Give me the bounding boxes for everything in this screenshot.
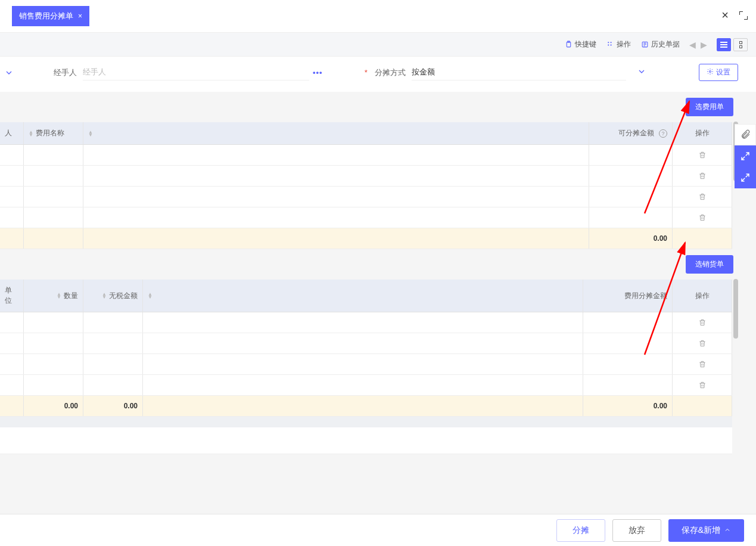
form-area: 经手人 经手人 ••• * 分摊方式 按金额 设置 — [0, 57, 756, 92]
clipboard-icon — [564, 41, 573, 49]
operations-button[interactable]: 操作 — [606, 39, 631, 49]
trash-icon[interactable] — [698, 381, 707, 389]
gear-icon — [707, 68, 714, 77]
table-row[interactable] — [0, 312, 732, 333]
svg-point-1 — [608, 42, 609, 43]
active-tab[interactable]: 销售费用分摊单 × — [12, 6, 89, 26]
handler-input[interactable]: 经手人 — [83, 64, 309, 80]
col-operation: 操作 — [673, 122, 732, 144]
table-row[interactable] — [0, 375, 732, 396]
trash-icon[interactable] — [698, 360, 707, 368]
col-allocatable[interactable]: 可分摊金额 ? — [589, 122, 673, 144]
history-icon — [640, 41, 649, 49]
allocate-button[interactable]: 分摊 — [556, 519, 605, 542]
trash-icon[interactable] — [698, 339, 707, 348]
col-blank: ▲▼ — [143, 280, 583, 312]
svg-point-3 — [608, 45, 609, 46]
discard-button[interactable]: 放弃 — [612, 519, 661, 542]
total-feealloc: 0.00 — [583, 396, 673, 416]
view-toggle — [717, 38, 748, 51]
trash-icon[interactable] — [698, 318, 707, 327]
grid-view-button[interactable] — [733, 38, 748, 51]
total-alloc: 0.00 — [589, 228, 673, 249]
more-dots-icon[interactable]: ••• — [313, 68, 323, 77]
scrollbar[interactable] — [733, 279, 738, 339]
shortcut-button[interactable]: 快捷键 — [564, 39, 596, 49]
close-tab-icon[interactable]: × — [78, 12, 82, 20]
blank-panel — [0, 427, 732, 454]
sales-table: 单位 ▲▼ 数量 ▲▼ 无税金额 ▲▼ 费用分摊金额 操作 — [0, 280, 732, 417]
sort-icon[interactable]: ▲▼ — [102, 293, 107, 299]
method-chevron-icon[interactable] — [626, 67, 657, 78]
select-sales-button[interactable]: 选销货单 — [686, 255, 733, 274]
history-button[interactable]: 历史单据 — [640, 39, 680, 49]
divider-panel — [0, 417, 732, 427]
col-operation: 操作 — [673, 280, 732, 312]
tab-title: 销售费用分摊单 — [19, 11, 73, 21]
svg-point-4 — [610, 45, 611, 46]
table-row[interactable] — [0, 354, 732, 375]
expense-table-header: 人 ▲▼ 费用名称 ▲▼ 可分摊金额 ? 操作 — [0, 122, 732, 145]
total-row: 0.00 — [0, 228, 732, 249]
col-unit[interactable]: 单位 — [0, 280, 24, 312]
attachment-button[interactable] — [735, 124, 756, 145]
settings-button[interactable]: 设置 — [699, 64, 738, 81]
table-row[interactable] — [0, 207, 732, 228]
handler-label: 经手人 — [54, 67, 77, 78]
prev-page-icon[interactable]: ◀ — [689, 40, 696, 49]
trash-icon[interactable] — [698, 213, 707, 222]
total-qty: 0.00 — [24, 396, 83, 416]
expense-table: 人 ▲▼ 费用名称 ▲▼ 可分摊金额 ? 操作 — [0, 122, 732, 249]
sort-icon[interactable]: ▲▼ — [57, 293, 61, 299]
sort-icon[interactable]: ▲▼ — [88, 131, 93, 136]
pager-arrows: ◀ ▶ — [689, 40, 707, 49]
sort-icon[interactable]: ▲▼ — [29, 131, 33, 136]
table-row[interactable] — [0, 187, 732, 207]
sales-table-section: 选销货单 单位 ▲▼ 数量 ▲▼ 无税金额 ▲▼ 费用分摊金额 操作 — [0, 249, 756, 417]
select-expense-button[interactable]: 选费用单 — [686, 98, 733, 116]
sort-icon[interactable]: ▲▼ — [148, 293, 153, 299]
method-field: * 分摊方式 按金额 — [365, 64, 626, 80]
svg-point-6 — [710, 71, 711, 73]
col-notax[interactable]: ▲▼ 无税金额 — [83, 280, 143, 312]
close-window-icon[interactable]: × — [721, 8, 729, 22]
trash-icon[interactable] — [698, 193, 707, 201]
col-supplier[interactable]: 人 — [0, 122, 24, 144]
chevron-up-icon — [724, 526, 731, 535]
table-row[interactable] — [0, 145, 732, 166]
col-qty[interactable]: ▲▼ 数量 — [24, 280, 83, 312]
method-select[interactable]: 按金额 — [412, 64, 626, 80]
expand-button-2[interactable] — [735, 167, 756, 188]
chevron-down-icon[interactable] — [0, 68, 18, 77]
total-row: 0.00 0.00 0.00 — [0, 396, 732, 417]
fullscreen-icon[interactable] — [739, 11, 748, 20]
expense-table-section: 选费用单 人 ▲▼ 费用名称 ▲▼ 可分摊金额 ? 操作 — [0, 92, 756, 249]
method-label: 分摊方式 — [375, 67, 406, 78]
trash-icon[interactable] — [698, 172, 707, 180]
list-view-button[interactable] — [717, 38, 731, 51]
svg-point-2 — [610, 42, 611, 43]
trash-icon[interactable] — [698, 151, 707, 159]
col-feename[interactable]: ▲▼ 费用名称 — [24, 122, 83, 144]
table-row[interactable] — [0, 333, 732, 354]
table-row[interactable] — [0, 166, 732, 187]
footer: 分摊 放弃 保存&新增 — [0, 514, 756, 546]
help-icon[interactable]: ? — [659, 129, 667, 138]
grid-icon — [606, 41, 614, 49]
handler-field: 经手人 经手人 — [54, 64, 309, 80]
total-notax: 0.00 — [83, 396, 143, 416]
next-page-icon[interactable]: ▶ — [701, 40, 707, 49]
sales-table-header: 单位 ▲▼ 数量 ▲▼ 无税金额 ▲▼ 费用分摊金额 操作 — [0, 280, 732, 312]
required-mark: * — [365, 68, 368, 77]
col-blank: ▲▼ — [83, 122, 589, 144]
col-feealloc[interactable]: 费用分摊金额 — [583, 280, 673, 312]
right-floaters — [735, 124, 756, 188]
expand-button-1[interactable] — [735, 145, 756, 167]
toolbar: 快捷键 操作 历史单据 ◀ ▶ — [0, 33, 756, 57]
save-and-new-button[interactable]: 保存&新增 — [668, 519, 744, 542]
tab-bar: 销售费用分摊单 × × — [0, 0, 756, 33]
